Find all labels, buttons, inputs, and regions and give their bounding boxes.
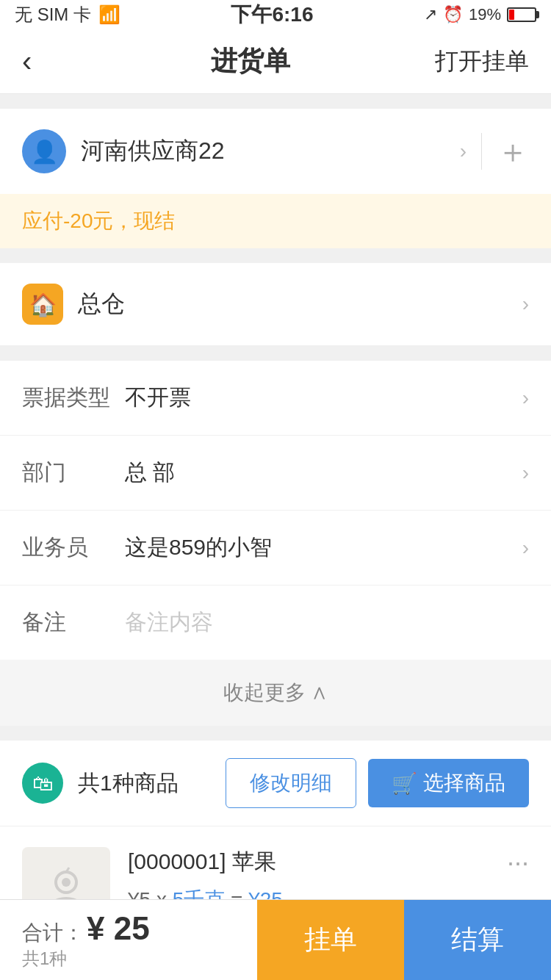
- back-button[interactable]: ‹: [22, 45, 66, 78]
- select-product-label: 选择商品: [423, 769, 505, 797]
- gap-1: [0, 94, 551, 109]
- product-header: 🛍 共1种商品 修改明细 🛒 选择商品: [0, 741, 551, 826]
- supplier-section: 👤 河南供应商22 › ＋ 应付-20元，现结: [0, 109, 551, 248]
- remark-row[interactable]: 备注 备注内容: [0, 585, 551, 660]
- invoice-row[interactable]: 票据类型 不开票 ›: [0, 360, 551, 435]
- nav-bar: ‹ 进货单 打开挂单: [0, 29, 551, 94]
- remark-label: 备注: [22, 608, 125, 638]
- status-bar: 无 SIM 卡 📶 下午6:16 ↗ ⏰ 19%: [0, 0, 551, 29]
- warehouse-row[interactable]: 🏠 总仓 ›: [0, 263, 551, 345]
- sales-label: 业务员: [22, 533, 125, 563]
- warehouse-chevron-icon: ›: [522, 292, 529, 316]
- total-label: 合计：: [22, 919, 84, 947]
- sales-value: 这是859的小智: [125, 533, 522, 563]
- gap-4: [0, 726, 551, 741]
- supplier-chevron-icon[interactable]: ›: [460, 140, 467, 163]
- total-count: 共1种: [22, 947, 235, 970]
- product-more-button[interactable]: ···: [492, 847, 529, 878]
- edit-detail-button[interactable]: 修改明细: [226, 758, 356, 808]
- invoice-chevron-icon: ›: [522, 386, 529, 410]
- battery-text: 19%: [469, 5, 501, 24]
- total-section: 合计： ¥ 25 共1种: [0, 910, 257, 970]
- warehouse-icon-symbol: 🏠: [29, 292, 57, 317]
- gap-2: [0, 248, 551, 263]
- sales-row[interactable]: 业务员 这是859的小智 ›: [0, 510, 551, 585]
- status-left: 无 SIM 卡 📶: [15, 3, 120, 26]
- gap-3: [0, 345, 551, 360]
- product-count: 共1种商品: [78, 768, 226, 799]
- product-icon: 🛍: [22, 763, 63, 804]
- remark-input[interactable]: 备注内容: [125, 608, 529, 638]
- dept-chevron-icon: ›: [522, 461, 529, 485]
- product-name: [0000001] 苹果: [128, 847, 492, 877]
- vertical-divider: [481, 133, 482, 170]
- alarm-icon: ⏰: [443, 5, 463, 24]
- pending-button[interactable]: 挂单: [257, 900, 404, 981]
- location-icon: ↗: [424, 5, 437, 24]
- supplier-row: 👤 河南供应商22 › ＋: [0, 109, 551, 194]
- warehouse-section: 🏠 总仓 ›: [0, 263, 551, 345]
- wifi-icon: 📶: [98, 4, 120, 25]
- warehouse-icon: 🏠: [22, 284, 63, 325]
- svg-point-1: [62, 878, 71, 887]
- select-product-button[interactable]: 🛒 选择商品: [368, 759, 529, 807]
- invoice-label: 票据类型: [22, 383, 125, 413]
- sales-chevron-icon: ›: [522, 536, 529, 560]
- collapse-button[interactable]: 收起更多 ∧: [0, 660, 551, 726]
- invoice-value: 不开票: [125, 383, 522, 413]
- supplier-name: 河南供应商22: [81, 135, 460, 167]
- supplier-avatar: 👤: [22, 129, 66, 173]
- dept-row[interactable]: 部门 总 部 ›: [0, 435, 551, 510]
- carrier-text: 无 SIM 卡: [15, 3, 91, 26]
- warehouse-name: 总仓: [78, 288, 522, 320]
- form-section: 票据类型 不开票 › 部门 总 部 › 业务员 这是859的小智 › 备注 备注…: [0, 360, 551, 660]
- open-pending-button[interactable]: 打开挂单: [435, 46, 529, 78]
- status-time: 下午6:16: [231, 1, 313, 29]
- cart-icon: 🛒: [392, 771, 417, 796]
- payment-hint: 应付-20元，现结: [0, 194, 551, 248]
- battery-icon: [507, 7, 536, 22]
- dept-value: 总 部: [125, 458, 522, 488]
- main-content: 👤 河南供应商22 › ＋ 应付-20元，现结 🏠 总仓 › 票据类型 不开票 …: [0, 94, 551, 980]
- page-title: 进货单: [211, 43, 290, 79]
- bottom-bar: 合计： ¥ 25 共1种 挂单 结算: [0, 899, 551, 980]
- add-supplier-button[interactable]: ＋: [497, 130, 529, 173]
- dept-label: 部门: [22, 458, 125, 488]
- status-right: ↗ ⏰ 19%: [424, 5, 536, 24]
- bag-icon: 🛍: [32, 771, 53, 796]
- total-amount: ¥ 25: [87, 910, 150, 947]
- avatar-icon: 👤: [31, 139, 58, 165]
- checkout-button[interactable]: 结算: [404, 900, 551, 981]
